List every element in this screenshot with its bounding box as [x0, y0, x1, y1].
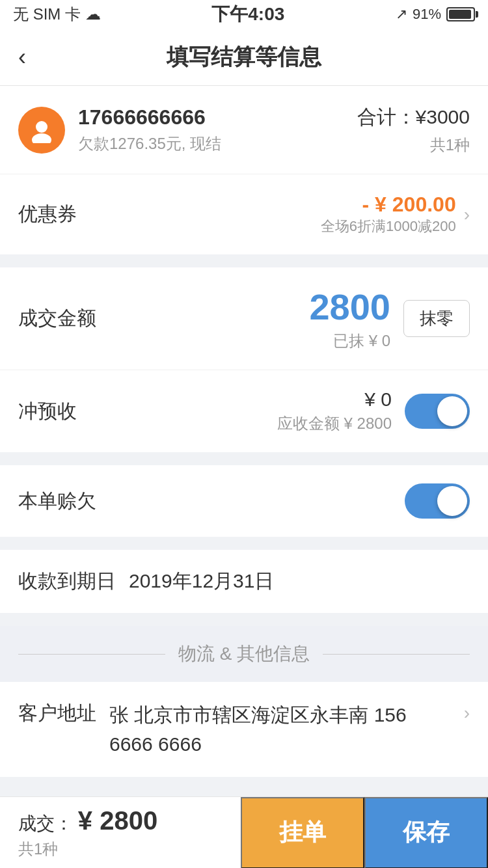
prepay-amount: ¥ 0	[277, 388, 392, 411]
toggle-knob	[437, 396, 467, 426]
debt-toggle[interactable]	[405, 483, 470, 519]
coupon-label: 优惠券	[18, 201, 77, 228]
debt-row: 本单赊欠	[0, 465, 488, 537]
nav-bar: ‹ 填写结算等信息	[0, 29, 488, 86]
duedate-label: 收款到期日	[18, 568, 116, 595]
coupon-right: - ¥ 200.00 全场6折满1000减200 ›	[321, 193, 470, 236]
battery-percent: 91%	[413, 6, 441, 23]
prepay-label: 冲预收	[18, 398, 77, 425]
divider-line-left	[18, 654, 165, 655]
duedate-row: 收款到期日 2019年12月31日	[0, 550, 488, 613]
amount-section: 成交金额 2800 已抹 ¥ 0 抹零 冲预收 ¥ 0 应收金额 ¥ 2800	[0, 267, 488, 452]
bottom-count: 共1种	[18, 839, 223, 860]
status-bar: 无 SIM 卡 ☁ 下午4:03 ↗ 91%	[0, 0, 488, 29]
customer-info: 17666666666 欠款1276.35元, 现结	[78, 105, 221, 154]
coupon-row[interactable]: 优惠券 - ¥ 200.00 全场6折满1000减200 ›	[0, 174, 488, 254]
address-value: 张 北京市市辖区海淀区永丰南 156 6666 6666	[109, 700, 451, 759]
amount-value-group: 2800 已抹 ¥ 0 抹零	[309, 286, 470, 351]
location-icon: ↗	[396, 6, 407, 23]
bottom-summary: 成交： ¥ 2800 共1种	[0, 806, 241, 860]
customer-phone: 17666666666	[78, 105, 221, 129]
svg-point-1	[32, 133, 51, 143]
prepay-row: 冲预收 ¥ 0 应收金额 ¥ 2800	[0, 370, 488, 452]
prepay-toggle[interactable]	[405, 394, 470, 429]
customer-left: 17666666666 欠款1276.35元, 现结	[18, 105, 221, 154]
customer-card: 17666666666 欠款1276.35元, 现结 合计：¥3000 共1种 …	[0, 86, 488, 254]
customer-count: 共1种	[357, 135, 470, 156]
back-button[interactable]: ‹	[18, 44, 26, 71]
customer-row: 17666666666 欠款1276.35元, 现结 合计：¥3000 共1种	[0, 86, 488, 174]
svg-point-0	[36, 121, 47, 133]
status-right: ↗ 91%	[396, 6, 475, 23]
debt-label: 本单赊欠	[18, 488, 96, 515]
bottom-deal-row: 成交： ¥ 2800	[18, 806, 223, 836]
amount-sub: 已抹 ¥ 0	[309, 331, 390, 351]
status-left: 无 SIM 卡 ☁	[13, 4, 101, 25]
page-title: 填写结算等信息	[167, 42, 321, 72]
prepay-sub: 应收金额 ¥ 2800	[277, 413, 392, 434]
customer-right: 合计：¥3000 共1种	[357, 104, 470, 156]
address-chevron-icon: ›	[464, 703, 470, 724]
round-button[interactable]: 抹零	[403, 300, 470, 337]
amount-label: 成交金额	[18, 305, 96, 332]
divider-line-right	[323, 654, 470, 655]
coupon-amount: - ¥ 200.00	[321, 193, 456, 217]
logistics-divider: 物流 & 其他信息	[0, 626, 488, 682]
address-label: 客户地址	[18, 700, 96, 727]
save-button[interactable]: 保存	[364, 797, 488, 869]
deal-label: 成交：	[18, 813, 73, 834]
prepay-right: ¥ 0 应收金额 ¥ 2800	[277, 388, 470, 434]
bottom-bar: 成交： ¥ 2800 共1种 挂单 保存	[0, 796, 488, 868]
amount-row: 成交金额 2800 已抹 ¥ 0 抹零	[0, 267, 488, 370]
main-content: 17666666666 欠款1276.35元, 现结 合计：¥3000 共1种 …	[0, 86, 488, 855]
avatar	[18, 107, 65, 154]
hold-button[interactable]: 挂单	[241, 797, 364, 869]
customer-subtitle: 欠款1276.35元, 现结	[78, 133, 221, 154]
duedate-value: 2019年12月31日	[129, 568, 274, 595]
debt-toggle-knob	[437, 486, 467, 516]
address-row[interactable]: 客户地址 张 北京市市辖区海淀区永丰南 156 6666 6666 ›	[0, 682, 488, 777]
status-time: 下午4:03	[211, 2, 284, 27]
customer-total: 合计：¥3000	[357, 104, 470, 131]
coupon-chevron-icon: ›	[464, 204, 470, 225]
sim-status: 无 SIM 卡 ☁	[13, 4, 101, 25]
coupon-desc: 全场6折满1000减200	[321, 217, 456, 236]
amount-value: 2800	[309, 286, 390, 328]
deal-amount: ¥ 2800	[78, 806, 157, 835]
battery-icon	[446, 7, 475, 21]
prepay-value-group: ¥ 0 应收金额 ¥ 2800	[277, 388, 392, 434]
divider-text: 物流 & 其他信息	[178, 642, 310, 666]
